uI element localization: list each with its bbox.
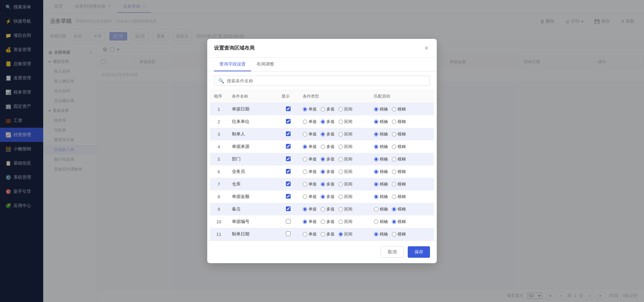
row-type-option-range[interactable]: 区间 — [339, 169, 352, 175]
row-match-option-exact[interactable]: 精确 — [374, 219, 388, 225]
row-type-option-range[interactable]: 区间 — [339, 194, 352, 200]
row-show-checkbox[interactable] — [286, 194, 291, 199]
row-type: 单值多值区间 — [299, 178, 370, 191]
row-type-option-range[interactable]: 区间 — [339, 181, 352, 187]
row-match-option-fuzzy[interactable]: 模糊 — [392, 106, 406, 112]
search-input-wrapper: 🔍 — [214, 76, 430, 86]
row-type-option-multi[interactable]: 多值 — [321, 119, 334, 125]
row-match: 精确模糊 — [370, 128, 434, 141]
row-match: 精确模糊 — [370, 216, 434, 228]
row-match-option-exact[interactable]: 精确 — [374, 181, 388, 187]
row-type-option-multi[interactable]: 多值 — [321, 219, 334, 225]
row-type-option-multi[interactable]: 多值 — [321, 131, 334, 137]
row-match-option-fuzzy[interactable]: 模糊 — [392, 156, 406, 162]
row-type-option-single[interactable]: 单值 — [303, 169, 317, 175]
row-match-option-fuzzy[interactable]: 模糊 — [392, 131, 406, 137]
row-type: 单值多值区间 — [299, 103, 370, 116]
row-show — [277, 103, 299, 116]
modal-save-button[interactable]: 保存 — [408, 246, 430, 258]
row-type-option-multi[interactable]: 多值 — [321, 106, 334, 112]
row-match-option-fuzzy[interactable]: 模糊 — [392, 206, 406, 212]
row-show-checkbox[interactable] — [286, 119, 291, 124]
row-type-option-range[interactable]: 区间 — [339, 106, 352, 112]
row-type-option-multi[interactable]: 多值 — [321, 231, 334, 237]
row-show — [277, 153, 299, 166]
row-match-option-exact[interactable]: 精确 — [374, 131, 388, 137]
settings-modal: 设置查询区域布局 ✕ 查询字段设置 布局调整 🔍 顺序 条件名称 显示 — [207, 39, 437, 263]
row-match-option-fuzzy[interactable]: 模糊 — [392, 194, 406, 200]
row-type-option-single[interactable]: 单值 — [303, 181, 317, 187]
row-type-option-single[interactable]: 单值 — [303, 156, 317, 162]
modal-cancel-button[interactable]: 取消 — [381, 246, 404, 258]
row-type: 单值多值区间 — [299, 228, 370, 241]
row-match-option-fuzzy[interactable]: 模糊 — [392, 231, 406, 237]
row-type-option-range[interactable]: 区间 — [339, 206, 352, 212]
row-type-option-single[interactable]: 单值 — [303, 231, 317, 237]
row-type-option-single[interactable]: 单值 — [303, 194, 317, 200]
modal-tab-layout[interactable]: 布局调整 — [251, 58, 279, 71]
row-show-checkbox[interactable] — [286, 206, 291, 211]
row-type-option-single[interactable]: 单值 — [303, 206, 317, 212]
row-type-option-multi[interactable]: 多值 — [321, 194, 334, 200]
row-show — [277, 203, 299, 216]
row-show-checkbox[interactable] — [286, 181, 291, 186]
modal-table-row: 8单据金额单值多值区间精确模糊 — [210, 191, 434, 203]
row-type-option-single[interactable]: 单值 — [303, 106, 317, 112]
row-match-option-exact[interactable]: 精确 — [374, 169, 388, 175]
row-type-option-multi[interactable]: 多值 — [321, 169, 334, 175]
modal-search-area: 🔍 — [207, 72, 437, 90]
row-show — [277, 191, 299, 203]
row-match-option-exact[interactable]: 精确 — [374, 106, 388, 112]
row-show-checkbox[interactable] — [286, 231, 291, 236]
row-show-checkbox[interactable] — [286, 106, 291, 111]
row-match-option-fuzzy[interactable]: 模糊 — [392, 181, 406, 187]
row-type-option-range[interactable]: 区间 — [339, 156, 352, 162]
modal-title: 设置查询区域布局 — [214, 45, 254, 51]
row-type: 单值多值区间 — [299, 153, 370, 166]
row-show — [277, 216, 299, 228]
row-match-option-fuzzy[interactable]: 模糊 — [392, 169, 406, 175]
row-match-option-exact[interactable]: 精确 — [374, 194, 388, 200]
row-show-checkbox[interactable] — [286, 156, 291, 161]
row-type-option-multi[interactable]: 多值 — [321, 206, 334, 212]
row-name: 单据编号 — [228, 216, 278, 228]
modal-table-row: 5部门单值多值区间精确模糊 — [210, 153, 434, 166]
row-type-option-range[interactable]: 区间 — [339, 231, 352, 237]
modal-col-show: 显示 — [277, 90, 299, 103]
row-type-option-single[interactable]: 单值 — [303, 144, 317, 150]
row-show-checkbox[interactable] — [286, 219, 291, 224]
row-match-option-exact[interactable]: 精确 — [374, 206, 388, 212]
row-show-checkbox[interactable] — [286, 131, 291, 136]
row-match-option-fuzzy[interactable]: 模糊 — [392, 219, 406, 225]
row-match-option-exact[interactable]: 精确 — [374, 119, 388, 125]
row-type-option-range[interactable]: 区间 — [339, 119, 352, 125]
row-type-option-single[interactable]: 单值 — [303, 219, 317, 225]
row-name: 部门 — [228, 153, 278, 166]
row-type-option-range[interactable]: 区间 — [339, 219, 352, 225]
row-match-option-fuzzy[interactable]: 模糊 — [392, 144, 406, 150]
row-order: 3 — [210, 128, 228, 141]
row-match-option-exact[interactable]: 精确 — [374, 231, 388, 237]
row-show-checkbox[interactable] — [286, 144, 291, 149]
row-order: 7 — [210, 178, 228, 191]
row-type-option-multi[interactable]: 多值 — [321, 156, 334, 162]
row-type: 单值多值区间 — [299, 216, 370, 228]
row-show — [277, 166, 299, 178]
modal-footer: 取消 保存 — [207, 241, 437, 263]
row-match-option-exact[interactable]: 精确 — [374, 156, 388, 162]
row-match: 精确模糊 — [370, 116, 434, 128]
row-order: 8 — [210, 191, 228, 203]
row-type-option-range[interactable]: 区间 — [339, 131, 352, 137]
modal-close-button[interactable]: ✕ — [423, 44, 430, 53]
modal-tab-fields[interactable]: 查询字段设置 — [214, 58, 251, 71]
row-type-option-multi[interactable]: 多值 — [321, 181, 334, 187]
row-match-option-exact[interactable]: 精确 — [374, 144, 388, 150]
row-show-checkbox[interactable] — [286, 169, 291, 174]
modal-search-input[interactable] — [227, 78, 426, 83]
row-type-option-single[interactable]: 单值 — [303, 131, 317, 137]
row-type-option-multi[interactable]: 多值 — [321, 144, 334, 150]
row-match: 精确模糊 — [370, 228, 434, 241]
row-type-option-single[interactable]: 单值 — [303, 119, 317, 125]
row-match-option-fuzzy[interactable]: 模糊 — [392, 119, 406, 125]
row-type-option-range[interactable]: 区间 — [339, 144, 352, 150]
